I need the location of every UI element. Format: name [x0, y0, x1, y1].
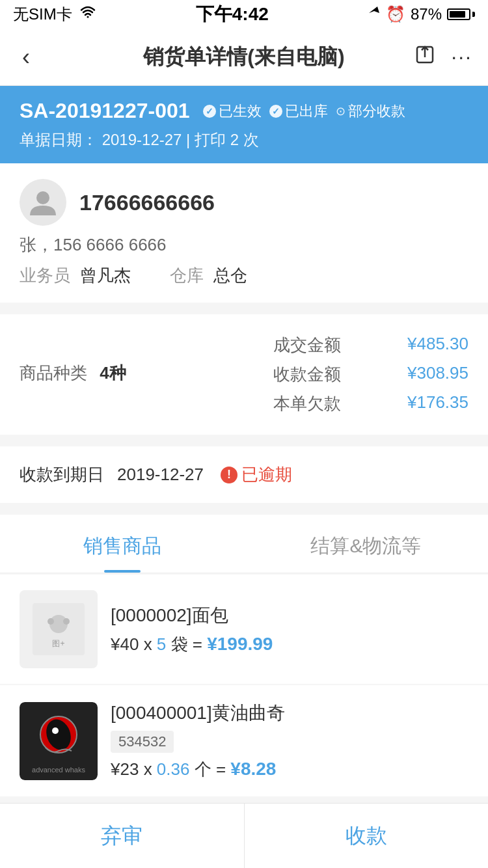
product-thumbnail-1: 图+: [20, 590, 98, 668]
badges: ✓ 已生效 ✓ 已出库 ⊙ 部分收款: [203, 102, 405, 121]
header-banner: SA-20191227-001 ✓ 已生效 ✓ 已出库 ⊙ 部分收款 单据日期：…: [0, 86, 488, 163]
deal-amount-row: 成交金额 ¥485.30: [273, 334, 468, 357]
check-icon-1: ✓: [203, 105, 216, 118]
list-item: 图+ [0000002]面包 ¥40 x 5 袋 = ¥199.99: [0, 575, 488, 684]
location-icon: [368, 5, 381, 23]
category-info: 商品种类 4种: [20, 362, 126, 385]
badge-partial: ⊙ 部分收款: [336, 102, 405, 121]
svg-text:图+: 图+: [52, 639, 64, 648]
status-right: ⏰ 87%: [368, 5, 475, 23]
page-title: 销货单详情(来自电脑): [143, 43, 344, 72]
product-info-2: [000400001]黄油曲奇 534532 ¥23 x 0.36 个 = ¥8…: [111, 701, 468, 781]
back-button[interactable]: ‹: [16, 37, 36, 77]
tabs-section: 销售商品 结算&物流等: [0, 515, 488, 573]
status-time: 下午4:42: [196, 2, 269, 27]
check-icon-2: ✓: [269, 105, 282, 118]
customer-name-phone: 张，156 6666 6666: [20, 234, 468, 256]
order-date-info: 单据日期： 2019-12-27 | 打印 2 次: [20, 129, 468, 150]
svg-text:advanced whaks: advanced whaks: [32, 766, 85, 774]
svg-point-4: [47, 618, 54, 625]
status-carrier: 无SIM卡: [13, 4, 97, 25]
stats-left: 商品种类 4种: [20, 334, 126, 415]
bottom-bar: 弃审 收款: [0, 803, 488, 868]
debt-amount-row: 本单欠款 ¥176.35: [273, 392, 468, 415]
tabs-row: 销售商品 结算&物流等: [0, 515, 488, 573]
alarm-icon: ⏰: [386, 5, 405, 23]
tab-sales-products[interactable]: 销售商品: [0, 515, 244, 573]
abandon-review-button[interactable]: 弃审: [0, 804, 245, 868]
collect-payment-button[interactable]: 收款: [245, 804, 489, 868]
wifi-icon: [79, 5, 97, 23]
product-thumbnail-2: advanced whaks: [20, 702, 98, 780]
product-name-1: [0000002]面包: [111, 603, 468, 628]
share-icon[interactable]: [414, 44, 435, 70]
svg-point-1: [36, 191, 49, 204]
nav-actions: ···: [414, 44, 472, 70]
received-amount-row: 收款金额 ¥308.95: [273, 363, 468, 386]
product-info-1: [0000002]面包 ¥40 x 5 袋 = ¥199.99: [111, 603, 468, 656]
product-name-2: [000400001]黄油曲奇: [111, 701, 468, 726]
divider-2: [0, 436, 488, 446]
overdue-text: 已逾期: [241, 463, 292, 486]
divider-1: [0, 304, 488, 314]
status-bar: 无SIM卡 下午4:42 ⏰ 87%: [0, 0, 488, 29]
payment-due-section: 收款到期日 2019-12-27 ! 已逾期: [0, 446, 488, 503]
svg-point-5: [63, 618, 70, 625]
product-price-2: ¥23 x 0.36 个 = ¥8.28: [111, 758, 468, 781]
svg-point-10: [52, 727, 59, 734]
clock-icon: ⊙: [336, 104, 346, 118]
staff-info: 业务员 曾凡杰: [20, 264, 131, 287]
overdue-icon: !: [221, 467, 237, 483]
product-price-1: ¥40 x 5 袋 = ¥199.99: [111, 633, 468, 656]
product-sku-2: 534532: [111, 731, 174, 753]
overdue-badge: ! 已逾期: [221, 463, 292, 486]
nav-bar: ‹ 销货单详情(来自电脑) ···: [0, 29, 488, 86]
divider-3: [0, 504, 488, 515]
badge-effective: ✓ 已生效: [203, 102, 262, 121]
tab-settlement-logistics[interactable]: 结算&物流等: [244, 515, 488, 573]
warehouse-info: 仓库 总仓: [170, 264, 247, 287]
more-icon[interactable]: ···: [451, 45, 472, 69]
badge-shipped: ✓ 已出库: [269, 102, 328, 121]
customer-section: 17666666666 张，156 6666 6666 业务员 曾凡杰 仓库 总…: [0, 163, 488, 303]
carrier-text: 无SIM卡: [13, 4, 72, 25]
order-id: SA-20191227-001: [20, 99, 190, 123]
stats-section: 商品种类 4种 成交金额 ¥485.30 收款金额 ¥308.95 本单欠款 ¥…: [0, 314, 488, 435]
battery-icon: [447, 8, 475, 20]
avatar: [20, 179, 66, 226]
battery-percentage: 87%: [411, 5, 442, 23]
stats-right: 成交金额 ¥485.30 收款金额 ¥308.95 本单欠款 ¥176.35: [273, 334, 468, 415]
customer-id: 17666666666: [79, 190, 215, 215]
product-list: 图+ [0000002]面包 ¥40 x 5 袋 = ¥199.99: [0, 575, 488, 796]
list-item: advanced whaks [000400001]黄油曲奇 534532 ¥2…: [0, 685, 488, 796]
customer-meta: 业务员 曾凡杰 仓库 总仓: [20, 264, 468, 287]
